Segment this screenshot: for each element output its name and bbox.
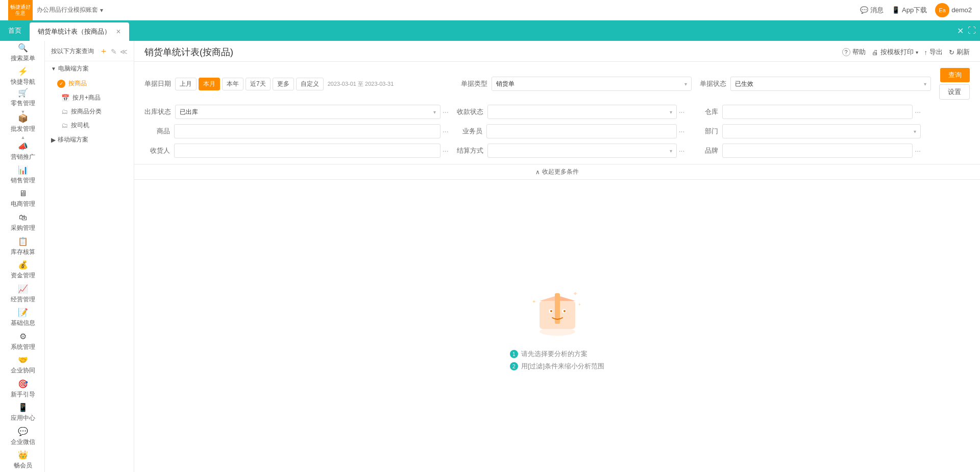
warehouse-dots[interactable]: ··· (915, 108, 921, 116)
sidebar-item-marketing[interactable]: 📣 营销推广 (0, 139, 44, 163)
collection-status-select[interactable]: ▾ (487, 105, 677, 119)
export-label: 导出 (929, 48, 943, 57)
template-print-btn[interactable]: 🖨 按模板打印 ▾ (872, 48, 918, 57)
product-input[interactable] (174, 124, 440, 138)
sidebar-item-search[interactable]: 🔍 搜索菜单 (0, 41, 44, 65)
left-panel-header: 按以下方案查询 ＋ ✎ ≪ (45, 41, 134, 61)
date-btn-7days[interactable]: 近7天 (246, 78, 271, 90)
ecommerce-icon: 🖥 (19, 189, 27, 198)
calendar-icon: 📅 (61, 94, 69, 102)
department-arrow: ▾ (914, 129, 916, 134)
doc-status-select[interactable]: 已生效 ▾ (730, 77, 931, 91)
payment-method-select[interactable]: ▾ (487, 144, 677, 158)
scheme-item-by-product[interactable]: ✓ 按商品 (45, 76, 134, 91)
tab-expand-btn[interactable]: ⛶ (968, 26, 976, 35)
recipient-input[interactable] (174, 144, 440, 158)
tab-report-label: 销货单统计表（按商品） (38, 27, 111, 36)
active-scheme-dot: ✓ (57, 80, 65, 88)
message-icon: 💬 (860, 6, 868, 14)
brand-dots[interactable]: ··· (915, 147, 921, 155)
refresh-btn[interactable]: ↻ 刷新 (949, 48, 970, 57)
tab-report[interactable]: 销货单统计表（按商品） ✕ (30, 22, 129, 41)
member-icon: 👑 (18, 450, 28, 460)
filter-brand-field: 品牌 ··· (693, 144, 921, 158)
sidebar-item-quick[interactable]: ⚡ 快捷导航 (0, 65, 44, 89)
collection-status-dots[interactable]: ··· (679, 108, 685, 116)
tabbar-actions: ✕ ⛶ (957, 26, 980, 36)
filter-date-field: 单据日期 上月 本月 本年 近7天 更多 自定义 2023-03-01 至 20… (144, 78, 453, 90)
edit-scheme-btn[interactable]: ✎ (111, 48, 117, 56)
sidebar-item-retail[interactable]: 🛒 零售管理 ▼ (0, 88, 44, 114)
salesperson-input[interactable] (486, 124, 677, 138)
date-range-text: 2023-03-01 至 2023-03-31 (328, 80, 394, 88)
sidebar-item-basic[interactable]: 📝 基础信息 (0, 306, 44, 330)
warehouse-input[interactable] (722, 105, 913, 119)
brand-input[interactable] (722, 144, 913, 158)
product-dots[interactable]: ··· (443, 127, 449, 135)
sidebar-item-member[interactable]: 👑 畅会员 (0, 449, 44, 473)
doc-status-value: 已生效 (735, 80, 753, 88)
scheme-item-by-scanner[interactable]: 🗂 按司机 (45, 119, 134, 132)
sidebar-item-ecommerce[interactable]: 🖥 电商管理 (0, 187, 44, 211)
tab-close-window-btn[interactable]: ✕ (957, 26, 964, 36)
date-btn-this-year[interactable]: 本年 (222, 78, 243, 90)
date-btn-this-month[interactable]: 本月 (199, 78, 220, 90)
collection-status-label: 收款状态 (457, 107, 483, 116)
salesperson-dots[interactable]: ··· (679, 127, 685, 135)
filter-recipient-field: 收货人 ··· (144, 144, 449, 158)
query-btn[interactable]: 查询 (940, 68, 970, 82)
out-status-select[interactable]: 已出库 ▾ (175, 105, 440, 119)
system-icon: ⚙ (19, 332, 27, 341)
empty-illustration: ✦ ✦ ✦ (527, 278, 588, 339)
scheme-group-header-mobile[interactable]: ▶ 移动端方案 (45, 132, 134, 147)
scheme-item-by-category[interactable]: 🗂 按商品分类 (45, 105, 134, 119)
sidebar-item-purchase[interactable]: 🛍 采购管理 (0, 211, 44, 235)
avatar-initials: Ea (939, 7, 946, 13)
tab-home[interactable]: 首页 (0, 20, 30, 41)
department-select[interactable]: ▾ (722, 124, 921, 138)
arrow-right-icon: ▶ (51, 136, 56, 144)
empty-tips: 1 请先选择要分析的方案 2 用[过滤]条件来缩小分析范围 (510, 349, 604, 374)
app-download-btn[interactable]: 📱 App下载 (892, 6, 927, 15)
recipient-dots[interactable]: ··· (443, 147, 449, 155)
sidebar-item-inventory[interactable]: 📋 库存核算 (0, 234, 44, 258)
industry-selector[interactable]: 办公用品行业模拟账套 ▾ (37, 6, 103, 14)
sidebar-item-guide[interactable]: 🎯 新手引导 (0, 377, 44, 401)
sidebar-item-appstore[interactable]: 📱 应用中心 (0, 401, 44, 425)
purchase-icon: 🛍 (19, 213, 27, 222)
settings-btn[interactable]: 设置 (939, 84, 970, 100)
date-btn-custom[interactable]: 自定义 (296, 78, 324, 90)
sidebar-item-finance[interactable]: 💰 资金管理 (0, 258, 44, 282)
collapse-bar[interactable]: ∧ 收起更多条件 (134, 164, 980, 180)
out-status-dots[interactable]: ··· (443, 108, 449, 116)
scheme-by-category-label: 按商品分类 (71, 107, 102, 116)
sidebar-item-system[interactable]: ⚙ 系统管理 (0, 329, 44, 353)
scheme-item-by-month-product[interactable]: 📅 按月+商品 (45, 91, 134, 105)
tabbar: 首页 销货单统计表（按商品） ✕ ✕ ⛶ (0, 20, 980, 41)
sidebar-item-sales[interactable]: 📊 销售管理 (0, 163, 44, 187)
date-btn-last-month[interactable]: 上月 (175, 78, 197, 90)
add-scheme-btn[interactable]: ＋ (100, 46, 108, 57)
user-avatar-btn[interactable]: Ea demo2 (935, 3, 972, 17)
sidebar-item-enterprise[interactable]: 🤝 企业协同 (0, 353, 44, 377)
sidebar-item-operation[interactable]: 📈 经营管理 (0, 282, 44, 306)
topbar-left: 畅捷通好生意 办公用品行业模拟账套 ▾ (8, 0, 103, 20)
avatar: Ea (935, 3, 949, 17)
doc-type-select[interactable]: 销货单 ▾ (492, 77, 692, 91)
tab-close-icon[interactable]: ✕ (116, 28, 121, 35)
message-btn[interactable]: 💬 消息 (860, 6, 884, 15)
sidebar-member-label: 畅会员 (14, 461, 32, 470)
tip-2-num: 2 (510, 362, 518, 370)
warehouse-label: 仓库 (693, 107, 718, 116)
payment-method-dots[interactable]: ··· (679, 147, 685, 155)
date-btn-more[interactable]: 更多 (273, 78, 294, 90)
app-label: App下载 (902, 6, 927, 15)
sidebar-item-wholesale[interactable]: 📦 批发管理 ▲ (0, 114, 44, 139)
filter-doc-type-field: 单据类型 销货单 ▾ (461, 77, 692, 91)
help-btn[interactable]: ? 帮助 (842, 48, 866, 57)
sidebar-item-wechat[interactable]: 💬 企业微信 (0, 424, 44, 449)
export-btn[interactable]: ↑ 导出 (924, 48, 943, 57)
collapse-panel-btn[interactable]: ≪ (120, 48, 128, 56)
empty-svg: ✦ ✦ ✦ (527, 278, 588, 339)
scheme-group-header-desktop[interactable]: ▼ 电脑端方案 (45, 61, 134, 76)
